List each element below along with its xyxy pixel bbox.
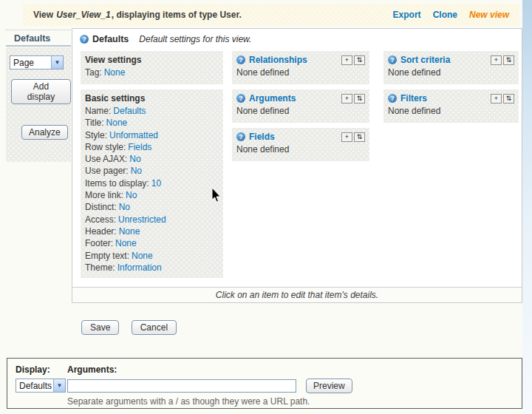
help-icon[interactable]: ? xyxy=(236,55,245,64)
setting-row-theme: Theme:Information xyxy=(85,262,219,274)
filters-link[interactable]: Filters xyxy=(400,93,427,104)
view-links: Export Clone New view xyxy=(393,10,509,20)
add-icon[interactable]: + xyxy=(491,94,502,104)
add-icon[interactable]: + xyxy=(341,55,352,65)
setting-row-name: Name:Defaults xyxy=(85,105,219,117)
chevron-down-icon: ▼ xyxy=(53,379,65,392)
filters-empty-text: None defined xyxy=(388,105,514,117)
display-heading: ? Defaults Default settings for this vie… xyxy=(72,29,522,44)
view-name: User_View_1 xyxy=(56,10,111,20)
help-icon[interactable]: ? xyxy=(236,94,245,103)
setting-label: Use pager: xyxy=(85,166,129,176)
panel-sort-criteria: ? Sort criteria + ⇅ None defined xyxy=(383,51,519,84)
help-icon[interactable]: ? xyxy=(236,132,245,141)
setting-row-title: Title:None xyxy=(85,117,219,129)
rearrange-icon[interactable]: ⇅ xyxy=(354,94,365,104)
setting-value-link[interactable]: None xyxy=(132,251,153,261)
setting-label: Style: xyxy=(85,130,107,140)
setting-row-use-pager: Use pager:No xyxy=(85,165,219,177)
cancel-button[interactable]: Cancel xyxy=(132,320,177,335)
setting-value-link[interactable]: 10 xyxy=(151,178,161,189)
setting-row-style: Style:Unformatted xyxy=(85,129,219,141)
view-title-prefix: View xyxy=(33,10,53,20)
tab-defaults[interactable]: Defaults xyxy=(6,30,71,47)
arguments-link[interactable]: Arguments xyxy=(249,93,296,104)
clone-link[interactable]: Clone xyxy=(433,10,457,20)
preview-arguments-field: Arguments: Preview Separate arguments wi… xyxy=(67,364,352,407)
setting-value-link[interactable]: None xyxy=(115,238,137,248)
sort-criteria-link[interactable]: Sort criteria xyxy=(400,55,450,65)
rearrange-icon[interactable]: ⇅ xyxy=(503,94,514,104)
setting-label: More link: xyxy=(85,190,123,200)
panel-view-settings-title: View settings xyxy=(85,55,219,65)
help-icon[interactable]: ? xyxy=(80,35,89,44)
setting-row-row-style: Row style:Fields xyxy=(85,141,219,153)
setting-label: Items to display: xyxy=(85,178,149,189)
settings-column-3: ? Sort criteria + ⇅ None defined ? Filte… xyxy=(383,51,519,278)
setting-value-link[interactable]: Unrestricted xyxy=(118,214,166,225)
setting-value-link[interactable]: Defaults xyxy=(113,106,146,116)
setting-row-access: Access:Unrestricted xyxy=(85,214,219,225)
export-link[interactable]: Export xyxy=(393,10,421,20)
setting-value-link[interactable]: No xyxy=(126,190,137,200)
sort-criteria-empty-text: None defined xyxy=(388,67,514,78)
edit-hint-text: Click on an item to edit that item's det… xyxy=(72,287,522,302)
add-icon[interactable]: + xyxy=(341,94,352,104)
rearrange-icon[interactable]: ⇅ xyxy=(354,132,365,142)
display-type-select[interactable]: Page ▼ xyxy=(10,55,64,69)
displays-sidebar: Defaults Page ▼ Add display Analyze xyxy=(6,30,71,162)
arguments-empty-text: None defined xyxy=(236,105,365,117)
preview-display-select-value: Defaults xyxy=(16,379,53,392)
setting-label: Theme: xyxy=(85,262,115,273)
rearrange-icon[interactable]: ⇅ xyxy=(503,55,514,65)
relationships-link[interactable]: Relationships xyxy=(249,55,307,65)
live-preview-box: Display: Defaults ▼ Arguments: Preview S… xyxy=(7,358,522,409)
setting-value-link[interactable]: None xyxy=(104,67,126,78)
help-icon[interactable]: ? xyxy=(388,55,397,64)
add-icon[interactable]: + xyxy=(341,132,352,142)
form-actions: Save Cancel xyxy=(81,320,186,335)
sidebar-controls: Page ▼ Add display Analyze xyxy=(6,47,71,162)
panel-arguments: ? Arguments + ⇅ None defined xyxy=(232,89,369,123)
arguments-input[interactable] xyxy=(67,379,296,393)
display-label: Display: xyxy=(16,364,66,375)
preview-display-select[interactable]: Defaults ▼ xyxy=(16,379,66,393)
view-title-bar: View User_View_1 , displaying items of t… xyxy=(23,4,519,26)
settings-column-2: ? Relationships + ⇅ None defined ? Argum… xyxy=(232,51,369,278)
add-display-button[interactable]: Add display xyxy=(11,79,71,104)
add-icon[interactable]: + xyxy=(491,55,502,65)
display-settings-box: ? Defaults Default settings for this vie… xyxy=(72,28,522,303)
fields-link[interactable]: Fields xyxy=(249,132,275,142)
setting-row-more-link: More link:No xyxy=(85,189,219,201)
setting-row-footer: Footer:None xyxy=(85,237,219,249)
setting-label: Use AJAX: xyxy=(85,154,127,164)
arguments-label: Arguments: xyxy=(67,364,352,375)
setting-value-link[interactable]: None xyxy=(119,226,140,237)
chevron-down-icon: ▼ xyxy=(51,56,63,69)
settings-column-1: View settings Tag:None Basic settings Na… xyxy=(81,51,223,278)
panel-view-settings: View settings Tag:None xyxy=(81,51,223,84)
panel-basic-settings: Basic settings Name:Defaults Title:None … xyxy=(81,89,223,278)
setting-value-link[interactable]: None xyxy=(106,118,128,128)
setting-label: Title: xyxy=(85,118,104,128)
settings-columns: View settings Tag:None Basic settings Na… xyxy=(81,51,519,278)
setting-label: Empty text: xyxy=(85,251,129,261)
rearrange-icon[interactable]: ⇅ xyxy=(354,55,365,65)
fields-empty-text: None defined xyxy=(236,143,365,155)
analyze-button[interactable]: Analyze xyxy=(21,125,68,140)
help-icon[interactable]: ? xyxy=(388,94,397,103)
setting-value-link[interactable]: Unformatted xyxy=(109,130,158,140)
setting-row-distinct: Distinct:No xyxy=(85,201,219,213)
save-button[interactable]: Save xyxy=(81,320,119,335)
new-view-link[interactable]: New view xyxy=(469,10,509,20)
setting-label: Row style: xyxy=(85,142,126,152)
preview-button[interactable]: Preview xyxy=(306,379,352,393)
setting-value-link[interactable]: No xyxy=(131,166,142,176)
setting-value-link[interactable]: Fields xyxy=(128,142,151,152)
setting-value-link[interactable]: No xyxy=(129,154,140,164)
display-type-select-value: Page xyxy=(10,56,51,69)
arguments-help-text: Separate arguments with a / as though th… xyxy=(67,396,352,407)
setting-value-link[interactable]: No xyxy=(119,202,130,212)
setting-value-link[interactable]: Information xyxy=(117,262,162,273)
setting-row-tag: Tag:None xyxy=(85,67,219,78)
